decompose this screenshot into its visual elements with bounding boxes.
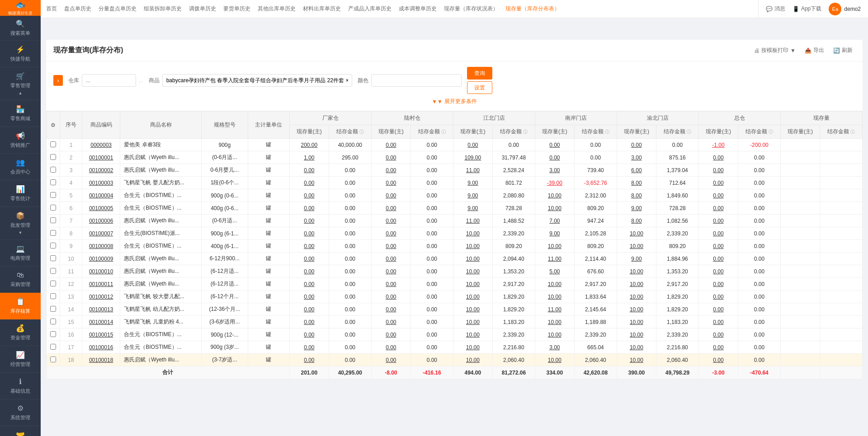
product-input[interactable] [162, 74, 352, 87]
row-select-checkbox[interactable] [50, 217, 56, 223]
sidebar-item-inventory[interactable]: 📋 库存核算 [0, 293, 41, 319]
row-f-stock[interactable]: 0.00 [289, 240, 329, 253]
row-code[interactable]: 00100012 [82, 291, 120, 303]
warehouse-input[interactable] [82, 74, 136, 87]
row-jb-stock[interactable]: 10.00 [453, 316, 492, 328]
row-yb-stock[interactable]: 10.00 [617, 278, 656, 291]
row-code[interactable]: 00100013 [82, 303, 120, 316]
row-t-stock[interactable]: 0.00 [698, 354, 738, 366]
sidebar-item-retail-stats[interactable]: 📊 零售统计 [0, 180, 41, 207]
row-select-checkbox[interactable] [50, 306, 56, 312]
sidebar-item-enterprise[interactable]: 🤝 企业协同 [0, 426, 41, 436]
row-code[interactable]: 00100005 [82, 202, 120, 215]
row-checkbox[interactable] [47, 164, 60, 177]
row-checkbox[interactable] [47, 177, 60, 189]
nav-home[interactable]: 首页 [46, 5, 57, 13]
row-select-checkbox[interactable] [50, 344, 56, 350]
row-l-stock[interactable]: 0.00 [371, 316, 410, 328]
row-nb-stock[interactable]: 7.00 [535, 215, 574, 227]
nav-stock-status[interactable]: 现存量（库存状况表） [444, 5, 498, 13]
row-select-checkbox[interactable] [50, 205, 56, 211]
row-t-stock[interactable]: 0.00 [698, 151, 738, 164]
row-jb-stock[interactable]: 10.00 [453, 227, 492, 240]
row-checkbox[interactable] [47, 151, 60, 164]
row-jb-stock[interactable]: 9.00 [453, 189, 492, 202]
factory-balance-info[interactable]: ⓘ [359, 129, 364, 134]
row-checkbox[interactable] [47, 328, 60, 341]
warehouse-toggle-btn[interactable]: › [53, 75, 63, 86]
sidebar-item-wholesale[interactable]: 📦 批发管理 ▼ [0, 207, 41, 240]
col-settings[interactable]: ⚙ [47, 112, 60, 139]
row-yb-stock[interactable]: 10.00 [617, 291, 656, 303]
row-l-stock[interactable]: 0.00 [371, 265, 410, 278]
row-code[interactable]: 00100011 [82, 278, 120, 291]
row-code[interactable]: 00100018 [82, 354, 120, 366]
row-jb-stock[interactable]: 0.00 [453, 139, 492, 151]
row-t-stock[interactable]: 0.00 [698, 265, 738, 278]
row-f-stock[interactable]: 0.00 [289, 316, 329, 328]
refresh-button[interactable]: 🔄 刷新 [830, 45, 855, 56]
sidebar-item-retail-mgmt[interactable]: 🛒 零售管理 ▲ [0, 67, 41, 100]
row-t-stock[interactable]: 0.00 [698, 164, 738, 177]
row-yb-stock[interactable]: 9.00 [617, 202, 656, 215]
row-jb-stock[interactable]: 9.00 [453, 177, 492, 189]
row-jb-stock[interactable]: 10.00 [453, 240, 492, 253]
row-nb-stock[interactable]: 0.00 [535, 139, 574, 151]
nav-assembly[interactable]: 组装拆卸单历史 [144, 5, 182, 13]
row-l-stock[interactable]: 0.00 [371, 164, 410, 177]
row-jb-stock[interactable]: 10.00 [453, 278, 492, 291]
row-yb-stock[interactable]: 10.00 [617, 303, 656, 316]
row-l-stock[interactable]: 0.00 [371, 291, 410, 303]
nav-stock-dist[interactable]: 现存量（库存分布表） [505, 5, 560, 13]
row-t-stock[interactable]: 0.00 [698, 177, 738, 189]
sidebar-item-search[interactable]: 🔍 搜索英单 [0, 16, 41, 41]
row-select-checkbox[interactable] [50, 268, 56, 274]
row-checkbox[interactable] [47, 215, 60, 227]
row-checkbox[interactable] [47, 316, 60, 328]
row-yb-stock[interactable]: 10.00 [617, 240, 656, 253]
row-nb-stock[interactable]: 10.00 [535, 240, 574, 253]
row-code[interactable]: 00100001 [82, 151, 120, 164]
row-t-stock[interactable]: 0.00 [698, 278, 738, 291]
expand-conditions[interactable]: ▼▼ 展开更多条件 [53, 98, 855, 105]
row-l-stock[interactable]: 0.00 [371, 341, 410, 354]
lu-balance-info[interactable]: ⓘ [441, 129, 446, 134]
nav-sub-count[interactable]: 分量盘点单历史 [99, 5, 137, 13]
row-select-checkbox[interactable] [50, 154, 56, 160]
row-l-stock[interactable]: 0.00 [371, 202, 410, 215]
sidebar-item-marketing[interactable]: 📢 营销推广 [0, 127, 41, 154]
user-info[interactable]: Ea demo2 [829, 3, 861, 15]
row-f-stock[interactable]: 200.00 [289, 139, 329, 151]
row-nb-stock[interactable]: 10.00 [535, 278, 574, 291]
row-checkbox[interactable] [47, 303, 60, 316]
row-checkbox[interactable] [47, 341, 60, 354]
row-nb-stock[interactable]: 10.00 [535, 189, 574, 202]
row-t-stock[interactable]: 0.00 [698, 215, 738, 227]
row-t-stock[interactable]: 0.00 [698, 189, 738, 202]
row-jb-stock[interactable]: 11.00 [453, 164, 492, 177]
sidebar-item-members[interactable]: 👥 会员中心 [0, 154, 41, 180]
nav-transfer[interactable]: 调拨单历史 [189, 5, 216, 13]
nav-inventory-count[interactable]: 盘点单历史 [64, 5, 91, 13]
row-checkbox[interactable] [47, 278, 60, 291]
row-f-stock[interactable]: 0.00 [289, 278, 329, 291]
sidebar-item-retail-mall[interactable]: 🏪 零售商城 [0, 100, 41, 127]
row-l-stock[interactable]: 0.00 [371, 253, 410, 265]
row-t-stock[interactable]: 0.00 [698, 291, 738, 303]
row-select-checkbox[interactable] [50, 281, 56, 286]
row-nb-stock[interactable]: 3.00 [535, 164, 574, 177]
row-nb-stock[interactable]: 11.00 [535, 253, 574, 265]
row-select-checkbox[interactable] [50, 243, 56, 248]
messages-btn[interactable]: 💬 消息 [766, 5, 785, 13]
row-t-stock[interactable]: 0.00 [698, 202, 738, 215]
sidebar-item-ecommerce[interactable]: 💻 电商管理 [0, 240, 41, 267]
row-nb-stock[interactable]: 11.00 [535, 303, 574, 316]
row-select-checkbox[interactable] [50, 255, 56, 261]
row-code[interactable]: 00100007 [82, 227, 120, 240]
row-checkbox[interactable] [47, 139, 60, 151]
row-checkbox[interactable] [47, 253, 60, 265]
row-l-stock[interactable]: 0.00 [371, 215, 410, 227]
row-yb-stock[interactable]: 10.00 [617, 265, 656, 278]
row-jb-stock[interactable]: 9.00 [453, 202, 492, 215]
row-nb-stock[interactable]: 10.00 [535, 291, 574, 303]
